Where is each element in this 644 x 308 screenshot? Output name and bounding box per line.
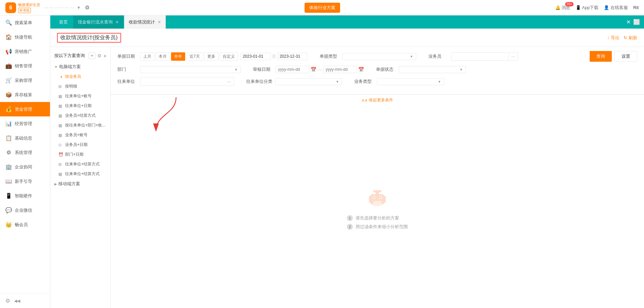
sidebar-item-wechat[interactable]: 💬 企业微信 <box>0 203 50 217</box>
settings-icon[interactable]: ⚙ <box>85 4 90 11</box>
empty-state: 1 请先选择要分析的方案 2 用过滤条件来缩小分析范围 <box>111 106 644 308</box>
date-to-input[interactable] <box>277 53 308 60</box>
breadcrumb-arrow[interactable]: ▼ <box>77 5 81 10</box>
fund-icon: 💰 <box>5 106 12 112</box>
scheme-group-desktop-header[interactable]: ▼ 电脑端方案 <box>50 62 110 72</box>
tab-bank-flow-label: 现金银行流水查询 <box>78 19 113 25</box>
date-btn-this-year[interactable]: 本年 <box>171 52 185 61</box>
sidebar-item-search-menu[interactable]: 🔍 搜索菜单 <box>0 15 50 30</box>
salesperson-more-btn[interactable]: ··· <box>508 53 518 60</box>
doc-status-select[interactable]: ▼ <box>399 66 466 73</box>
dept-condition: 部门 ▼ <box>117 66 241 73</box>
counterparty-dept-icon: ▦ <box>58 123 63 128</box>
sidebar-item-enterprise[interactable]: 🏢 企业协同 <box>0 160 50 174</box>
svg-rect-2 <box>369 196 372 203</box>
scheme-add-icon[interactable]: + <box>89 52 95 59</box>
by-detail-icon: ⊞ <box>58 84 63 89</box>
sidebar-item-search-label: 搜索菜单 <box>15 20 32 26</box>
date-btn-more[interactable]: 更多 <box>204 52 218 61</box>
tab-bank-flow[interactable]: 现金银行流水查询 ✕ <box>73 15 123 29</box>
tab-receipt-stat-label: 收款情况统计 <box>129 19 155 25</box>
review-date-to-input[interactable] <box>323 66 357 73</box>
refresh-icon: ↻ <box>624 35 627 40</box>
tab-maximize-btn[interactable]: ⬜ <box>633 19 640 25</box>
sidebar-item-operation[interactable]: 📊 经营管理 <box>0 116 50 131</box>
scheme-settings-icon[interactable]: ⚙ <box>97 53 102 58</box>
user-info[interactable]: Rit <box>633 5 639 10</box>
scheme-item-counterparty-settlement2[interactable]: ▦ 往来单位+结算方式 <box>50 169 110 179</box>
tab-receipt-stat[interactable]: 收款情况统计 ✕ <box>124 15 166 29</box>
step-2-text: 用过滤条件来缩小分析范围 <box>356 224 408 230</box>
salesperson-account-icon: ▦ <box>58 133 63 138</box>
sidebar-item-marketing[interactable]: 📢 营销推广 <box>0 44 50 59</box>
sidebar-item-inventory[interactable]: 📦 库存核算 <box>0 88 50 102</box>
date-btn-7days[interactable]: 近7天 <box>186 52 203 61</box>
calendar-to-icon[interactable]: 📅 <box>358 67 364 72</box>
sidebar-item-fund[interactable]: 💰 资金管理 <box>0 102 50 116</box>
scheme-item-by-detail[interactable]: ⊞ 按明细 <box>50 82 110 91</box>
svg-point-7 <box>373 197 375 198</box>
scheme-item-counterparty-settlement1[interactable]: ⊞ 往来单位+结算方式 <box>50 159 110 169</box>
export-icon: ↑ <box>607 35 610 40</box>
doc-status-label: 单据状态 <box>376 66 396 72</box>
collapse-bar[interactable]: ∧∧ 收起更多条件 <box>111 94 644 106</box>
breadcrumb-area: — — — — — — ▼ <box>44 5 81 10</box>
scheme-group-mobile-header[interactable]: ▶ 移动端方案 <box>50 179 110 189</box>
date-btn-last-month[interactable]: 上月 <box>140 52 154 61</box>
counterparty-condition: 往来单位 ··· <box>117 77 234 86</box>
date-btn-custom[interactable]: 自定义 <box>220 52 238 61</box>
doc-type-select[interactable]: ▼ <box>342 53 416 60</box>
counterparty-dots-btn[interactable]: ··· <box>227 79 231 84</box>
dept-select[interactable]: ▼ <box>140 66 241 73</box>
sidebar-item-system[interactable]: ⚙ 系统管理 <box>0 145 50 160</box>
date-from-input[interactable] <box>240 53 271 60</box>
biz-type-select[interactable]: ▼ <box>377 78 444 85</box>
scheme-item-salesperson-date[interactable]: ⊙ 业务员+日期 <box>50 140 110 150</box>
online-service[interactable]: 👤 在线客服 <box>604 5 628 11</box>
trial-button[interactable]: 体验行业方案 <box>305 3 340 13</box>
tab-receipt-stat-close[interactable]: ✕ <box>158 20 161 24</box>
sidebar-settings-icon[interactable]: ⚙ <box>5 298 10 304</box>
scheme-group-arrow-down: ▼ <box>54 65 58 69</box>
condition-row-1: 单据日期 上月 本月 本年 近7天 更多 自定义 至 <box>117 51 637 62</box>
sidebar-item-member[interactable]: 👑 畅会员 <box>0 217 50 232</box>
scheme-item-by-salesperson[interactable]: 🔸 按业务员 <box>50 72 110 82</box>
message-area[interactable]: 🔔 消息 99+ <box>555 5 571 11</box>
tab-home[interactable]: 首页 <box>54 15 72 29</box>
salesperson-field[interactable]: ··· <box>451 52 518 61</box>
scheme-item-counterparty-account[interactable]: ▦ 往来单位+账号 <box>50 91 110 101</box>
scheme-item-dept-date[interactable]: ⏰ 部门+日期 <box>50 150 110 159</box>
sidebar-item-sales[interactable]: 💼 销售管理 <box>0 59 50 73</box>
logo-area: 6 畅捷通好生意 标准版 <box>5 2 40 13</box>
refresh-button[interactable]: ↻ 刷新 <box>624 35 637 41</box>
dept-arrow: ▼ <box>234 68 238 71</box>
biz-type-condition: 业务类型 ▼ <box>354 78 444 85</box>
sidebar-item-basic-info[interactable]: 📋 基础信息 <box>0 131 50 145</box>
date-btn-this-month[interactable]: 本月 <box>156 52 170 61</box>
set-button[interactable]: 设置 <box>614 51 637 62</box>
tab-close-all-btn[interactable]: ✕ <box>626 19 631 25</box>
sidebar-item-quick-nav[interactable]: 🏠 快捷导航 <box>0 30 50 44</box>
counterparty-category-select[interactable]: ▼ <box>275 78 342 85</box>
scheme-item-salesperson-settlement[interactable]: ▦ 业务员+结算方式 <box>50 111 110 120</box>
doc-type-arrow: ▼ <box>410 55 413 58</box>
scheme-item-by-counterparty-dept[interactable]: ▦ 按往来单位+部门+收... <box>50 120 110 130</box>
salesperson-date-icon: ⊙ <box>58 143 63 147</box>
sidebar-collapse-icon[interactable]: ◀◀ <box>14 299 20 303</box>
review-date-from-input[interactable] <box>276 66 309 73</box>
purchase-icon: 🛒 <box>5 77 12 84</box>
app-download[interactable]: 📱 App下载 <box>576 5 598 11</box>
scheme-collapse-icon[interactable]: « <box>104 53 106 58</box>
empty-step-2: 2 用过滤条件来缩小分析范围 <box>347 224 408 230</box>
sidebar-item-smart-hardware[interactable]: 📱 智能硬件 <box>0 189 50 203</box>
counterparty-field[interactable]: ··· <box>140 77 234 86</box>
export-button[interactable]: ↑ 导出 <box>607 35 620 41</box>
scheme-item-salesperson-account[interactable]: ▦ 业务员+账号 <box>50 130 110 140</box>
page-title: 收款情况统计(按业务员) <box>57 33 121 43</box>
sidebar-item-purchase[interactable]: 🛒 采购管理 <box>0 73 50 88</box>
calendar-from-icon[interactable]: 📅 <box>311 67 316 72</box>
scheme-item-counterparty-date[interactable]: ▦ 往来单位+日期 <box>50 101 110 111</box>
query-button[interactable]: 查询 <box>590 51 612 62</box>
tab-bank-flow-close[interactable]: ✕ <box>115 20 119 24</box>
sidebar-item-guide[interactable]: 📖 新手引导 <box>0 174 50 189</box>
